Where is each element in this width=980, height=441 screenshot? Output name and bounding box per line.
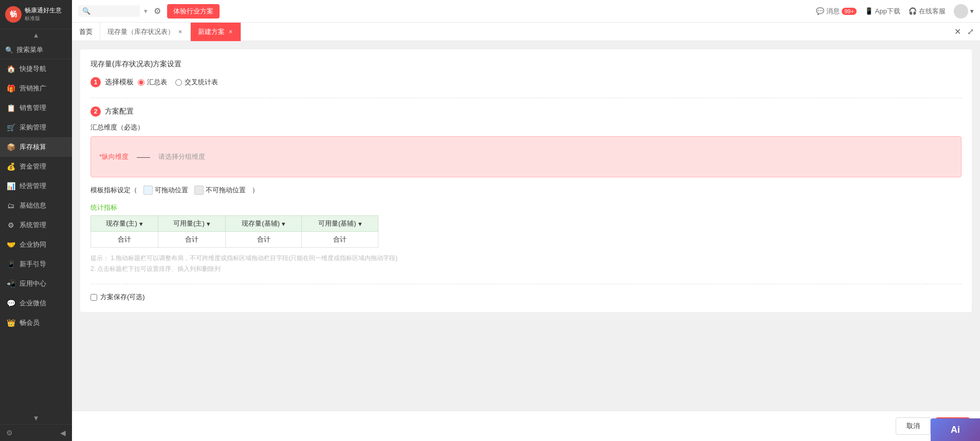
settings-btn[interactable]: ⚙ [6, 429, 13, 437]
sidebar-item-purchase[interactable]: 🛒 采购管理 [0, 118, 72, 137]
radio-cross[interactable]: 交叉统计表 [175, 78, 218, 87]
save-label: 方案保存(可选) [100, 292, 145, 302]
trial-btn[interactable]: 体验行业方案 [167, 4, 220, 19]
tab-expand-btn[interactable]: ⤢ [965, 26, 976, 38]
avatar-img [954, 4, 968, 19]
tab-right-buttons: ✕ ⤢ [952, 26, 980, 38]
sidebar-item-basic-info[interactable]: 🗂 基础信息 [0, 196, 72, 215]
collapse-btn[interactable]: ◀ [60, 429, 66, 437]
sidebar-item-operation[interactable]: 📊 经营管理 [0, 176, 72, 196]
topbar-dropdown-icon[interactable]: ▾ [144, 7, 148, 15]
col1-cell: 合计 [91, 232, 158, 248]
gear-icon: ⚙ [6, 220, 15, 230]
stats-table: 现存量(主) ▾ 可用量(主) ▾ [90, 215, 378, 248]
summary-dim-label: 汇总维度（必选） [90, 123, 961, 132]
non-draggable-indicator: 不可拖动位置 [194, 186, 246, 195]
tab-close-new-plan[interactable]: × [228, 28, 233, 35]
stats-table-row: 合计 合计 合计 合计 [91, 232, 378, 248]
sidebar-item-marketing[interactable]: 🎁 营销推广 [0, 79, 72, 98]
topbar-search-input[interactable] [93, 8, 134, 15]
non-draggable-box [194, 186, 204, 195]
col4-header[interactable]: 可用量(基辅) ▾ [302, 216, 378, 232]
col1-header[interactable]: 现存量(主) ▾ [91, 216, 158, 232]
messages-btn[interactable]: 💬 消息 99+ [816, 7, 857, 16]
content-panel: 现存量(库存状况表)方案设置 1 选择模板 汇总表 交叉统计表 [80, 49, 972, 312]
sidebar-scroll-down[interactable]: ▼ [0, 412, 72, 424]
user-avatar[interactable]: ▾ [954, 4, 974, 19]
tab-close-panel-btn[interactable]: ✕ [952, 26, 963, 38]
cancel-button[interactable]: 取消 [896, 417, 931, 435]
main-area: 🔍 ▾ ⚙ 体验行业方案 💬 消息 99+ 📱 App下载 🎧 在线客服 ▾ [72, 0, 980, 441]
save-checkbox[interactable] [90, 294, 97, 301]
topbar-search-box[interactable]: 🔍 [78, 5, 140, 17]
col3-header[interactable]: 现存量(基辅) ▾ [225, 216, 302, 232]
radio-cross-input[interactable] [175, 79, 182, 86]
step1-title: 选择模板 [105, 78, 134, 87]
vertical-dim-label: *纵向维度 [99, 152, 129, 161]
step2-section: 2 方案配置 汇总维度（必选） *纵向维度 —— 请选择分组维度 模板指标设定（ [90, 106, 961, 273]
col3-chevron: ▾ [282, 220, 285, 228]
col2-header[interactable]: 可用量(主) ▾ [158, 216, 225, 232]
app-icon: 📲 [6, 279, 15, 288]
vertical-dim-area[interactable]: *纵向维度 —— 请选择分组维度 [90, 136, 961, 177]
radio-summary-input[interactable] [138, 79, 144, 86]
sidebar-item-system[interactable]: ⚙ 系统管理 [0, 215, 72, 235]
step1-section: 1 选择模板 汇总表 交叉统计表 [90, 77, 961, 87]
stats-label: 统计指标 [90, 203, 961, 212]
sidebar-item-inventory[interactable]: 📦 库存核算 [0, 137, 72, 157]
vertical-dim-dash: —— [137, 153, 150, 161]
step1-num: 1 [90, 77, 101, 87]
sidebar: 畅 畅康通好生意 标准版 ▲ 🔍 搜索菜单 🏠 快捷导航 🎁 营销推广 📋 销售… [0, 0, 72, 441]
step2-num: 2 [90, 106, 101, 117]
stats-table-header-row: 现存量(主) ▾ 可用量(主) ▾ [91, 216, 378, 232]
col4-chevron: ▾ [358, 220, 362, 228]
chart-icon: 📊 [6, 181, 15, 191]
topbar-gear-btn[interactable]: ⚙ [152, 4, 163, 18]
download-icon: 📱 [865, 7, 873, 15]
app-download-btn[interactable]: 📱 App下载 [865, 7, 900, 16]
col4-cell: 合计 [302, 232, 378, 248]
bottom-bar: 取消 查询 [72, 411, 980, 441]
tab-close-inventory[interactable]: × [177, 28, 183, 35]
save-area: 方案保存(可选) [90, 292, 961, 302]
radio-summary[interactable]: 汇总表 [138, 78, 167, 87]
draggable-box [143, 186, 153, 195]
sidebar-item-vip[interactable]: 👑 畅会员 [0, 313, 72, 333]
online-service-btn[interactable]: 🎧 在线客服 [909, 7, 946, 16]
tab-inventory-status[interactable]: 现存量（库存状况表） × [100, 23, 191, 41]
step2-header: 2 方案配置 [90, 106, 961, 117]
vertical-dim-placeholder: 请选择分组维度 [158, 152, 205, 161]
ai-float-button[interactable]: Ai [931, 418, 980, 441]
sales-icon: 📋 [6, 103, 15, 113]
handshake-icon: 🤝 [6, 240, 15, 249]
sidebar-nav: 🏠 快捷导航 🎁 营销推广 📋 销售管理 🛒 采购管理 📦 库存核算 💰 资金管… [0, 59, 72, 412]
sidebar-item-new-guide[interactable]: 📱 新手引导 [0, 254, 72, 274]
sidebar-item-finance[interactable]: 💰 资金管理 [0, 157, 72, 176]
topbar-search-icon: 🔍 [82, 7, 90, 15]
sidebar-item-quick-nav[interactable]: 🏠 快捷导航 [0, 59, 72, 79]
col3-cell: 合计 [225, 232, 302, 248]
logo-text: 畅康通好生意 标准版 [25, 7, 62, 22]
crown-icon: 👑 [6, 318, 15, 327]
divider-1 [90, 98, 961, 98]
gift-icon: 🎁 [6, 84, 15, 93]
sidebar-item-wechat[interactable]: 💬 企业微信 [0, 293, 72, 313]
search-icon: 🔍 [5, 46, 13, 54]
sidebar-item-sales[interactable]: 📋 销售管理 [0, 98, 72, 118]
template-radio-group: 汇总表 交叉统计表 [138, 78, 218, 87]
sidebar-item-enterprise[interactable]: 🤝 企业协同 [0, 235, 72, 254]
box-icon: 📦 [6, 142, 15, 152]
divider-2 [90, 284, 961, 284]
tab-home[interactable]: 首页 [72, 23, 100, 41]
tab-new-plan[interactable]: 新建方案 × [191, 23, 241, 41]
tabs-bar: 首页 现存量（库存状况表） × 新建方案 × ✕ ⤢ [72, 23, 980, 41]
user-dropdown-icon: ▾ [970, 7, 974, 15]
sidebar-scroll-up[interactable]: ▲ [0, 29, 72, 41]
message-icon: 💬 [816, 7, 824, 15]
col2-chevron: ▾ [207, 220, 210, 228]
headset-icon: 🎧 [909, 7, 917, 15]
content-area: 现存量(库存状况表)方案设置 1 选择模板 汇总表 交叉统计表 [72, 41, 980, 411]
sidebar-item-search[interactable]: 🔍 搜索菜单 [0, 41, 72, 59]
sidebar-item-app-center[interactable]: 📲 应用中心 [0, 274, 72, 293]
sidebar-footer: ⚙ ◀ [0, 424, 72, 441]
